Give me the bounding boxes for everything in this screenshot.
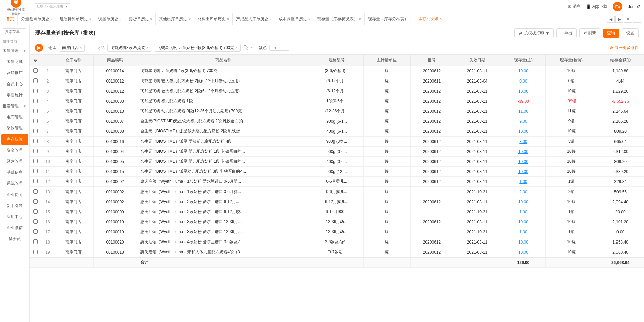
filter-expand-btn[interactable]: ▶ xyxy=(35,44,43,52)
nav-prev-btn[interactable]: ◀ xyxy=(607,16,615,23)
sidebar-item-wholesale[interactable]: 批发管理▼ xyxy=(0,101,29,112)
sidebar-quick-nav[interactable]: 快捷导航 xyxy=(0,38,29,45)
print-btn[interactable]: 🖨 按模板打印 ▼ xyxy=(514,28,554,38)
cell-stock-main[interactable]: 0.00 xyxy=(501,76,546,86)
cell-checkbox[interactable] xyxy=(30,86,42,96)
cell-stock-main[interactable]: 10.00 xyxy=(501,237,546,247)
product-tag-1[interactable]: 飞鹤奶粉3段两提装 × xyxy=(107,44,151,52)
tab-5-close[interactable]: × xyxy=(189,17,191,21)
cell-stock-main[interactable]: 1.00 xyxy=(501,227,546,237)
avatar[interactable]: Ea xyxy=(613,2,622,11)
search-input[interactable] xyxy=(3,28,26,35)
tab-7-close[interactable]: × xyxy=(270,17,272,21)
cell-stock-main[interactable]: 10.00 xyxy=(501,167,546,177)
tab-9-close[interactable]: × xyxy=(359,17,361,21)
cell-stock-main[interactable]: 10.00 xyxy=(501,86,546,96)
cell-stock-main[interactable]: -39.00 xyxy=(501,96,546,106)
tab-1-close[interactable]: × xyxy=(51,17,53,21)
sidebar-item-business[interactable]: 经营管理 xyxy=(0,156,29,167)
cell-checkbox[interactable] xyxy=(30,96,42,106)
sidebar-item-member[interactable]: 会员中心 xyxy=(0,78,29,90)
sidebar-item-app-center[interactable]: 应用中心 xyxy=(0,211,29,222)
cell-checkbox[interactable] xyxy=(30,126,42,137)
cell-checkbox[interactable] xyxy=(30,187,42,197)
cell-checkbox[interactable] xyxy=(30,227,42,237)
tab-8-close[interactable]: × xyxy=(308,17,310,21)
tab-3[interactable]: 调拨单历史 × xyxy=(95,13,125,25)
tab-9[interactable]: 现存量（库存状况表） × xyxy=(314,13,365,25)
nav-close-btn[interactable]: ✕ xyxy=(624,16,632,23)
tab-5[interactable]: 其他出库单历史 × xyxy=(156,13,194,25)
tab-3-close[interactable]: × xyxy=(120,17,122,21)
sidebar-item-retail-mgmt[interactable]: 零售管理▼ xyxy=(0,45,29,56)
cell-checkbox[interactable] xyxy=(30,247,42,258)
sidebar-item-guide[interactable]: 新手引导 xyxy=(0,200,29,211)
sidebar-item-retail-mall[interactable]: 零售商城 xyxy=(0,56,29,67)
tab-2-close[interactable]: × xyxy=(89,17,91,21)
tab-4-close[interactable]: × xyxy=(150,17,152,21)
sidebar-item-finance[interactable]: 资金管理 xyxy=(0,145,29,156)
expand-more-btn[interactable]: ⊕ 展开更多条件 xyxy=(610,45,639,51)
sidebar-item-system[interactable]: 系统管理 xyxy=(0,178,29,189)
export-btn[interactable]: ↓ 导出 xyxy=(556,28,576,38)
settings-btn[interactable]: 设置 xyxy=(622,28,639,38)
cell-stock-main[interactable]: 2.00 xyxy=(501,187,546,197)
tab-11-active[interactable]: 库存批次账 × xyxy=(415,13,445,25)
nav-next-btn[interactable]: ▶ xyxy=(615,16,623,23)
cell-checkbox[interactable] xyxy=(30,177,42,187)
tab-6[interactable]: 材料出库单历史 × xyxy=(194,13,233,25)
cell-checkbox[interactable] xyxy=(30,217,42,227)
cell-checkbox[interactable] xyxy=(30,147,42,157)
cell-stock-main[interactable]: 1.00 xyxy=(501,207,546,217)
cell-stock-main[interactable]: 10.00 xyxy=(501,217,546,227)
cell-stock-main[interactable]: 11.00 xyxy=(501,106,546,116)
cell-stock-main[interactable]: 10.00 xyxy=(501,147,546,157)
cell-checkbox[interactable] xyxy=(30,66,42,76)
cell-stock-main[interactable]: 3.00 xyxy=(501,137,546,147)
sidebar-item-ecommerce[interactable]: 电商管理 xyxy=(0,112,29,123)
sidebar-item-enterprise[interactable]: 企业协同 xyxy=(0,189,29,200)
cell-stock-main[interactable]: 1.00 xyxy=(501,177,546,187)
tab-2[interactable]: 组装拆卸单历史 × xyxy=(56,13,95,25)
cell-checkbox[interactable] xyxy=(30,237,42,247)
tab-1[interactable]: 分量盘点单历史 × xyxy=(18,13,56,25)
warehouse-more[interactable]: ··· xyxy=(87,45,91,50)
app-download-btn[interactable]: 📱 App下载 xyxy=(586,4,607,9)
product-more[interactable]: 飞 ··· xyxy=(244,45,254,51)
cell-checkbox[interactable] xyxy=(30,207,42,217)
message-btn[interactable]: ✉ 消息 xyxy=(568,4,581,9)
sidebar-item-member2[interactable]: 畅会员 xyxy=(0,233,29,245)
sidebar-item-retail-stats[interactable]: 零售统计 xyxy=(0,90,29,101)
tab-7[interactable]: 产成品入库单历史 × xyxy=(233,13,275,25)
refresh-btn[interactable]: ↺ 刷新 xyxy=(579,28,600,38)
warehouse-tag-remove[interactable]: × xyxy=(79,46,82,50)
color-dropdown[interactable]: ▼ xyxy=(269,45,289,51)
col-settings[interactable]: ⚙ xyxy=(30,55,42,66)
cell-checkbox[interactable] xyxy=(30,197,42,207)
tab-6-close[interactable]: × xyxy=(227,17,229,21)
cell-stock-main[interactable]: 10.00 xyxy=(501,157,546,167)
cell-checkbox[interactable] xyxy=(30,137,42,147)
cell-checkbox[interactable] xyxy=(30,116,42,126)
tab-10[interactable]: 现存量（库存分布表） × xyxy=(365,13,415,25)
product-tag-2[interactable]: 飞鹤星飞帆 儿童奶粉 4段(3-6岁适用) 700克 × xyxy=(154,44,240,52)
cell-stock-main[interactable]: 9.00 xyxy=(501,116,546,126)
query-btn[interactable]: 查询 xyxy=(603,29,619,38)
product-tag-1-remove[interactable]: × xyxy=(146,46,148,50)
sidebar-item-purchase[interactable]: 采购管理 xyxy=(0,123,29,134)
warehouse-tag[interactable]: 南岸门店 × xyxy=(59,44,85,52)
product-tag-2-remove[interactable]: × xyxy=(235,46,237,50)
sidebar-item-wechat[interactable]: 企业微信 xyxy=(0,222,29,233)
cell-stock-main[interactable]: 10.00 xyxy=(501,197,546,207)
sidebar-item-basic-info[interactable]: 基础信息 xyxy=(0,167,29,178)
cell-checkbox[interactable] xyxy=(30,76,42,86)
tab-10-close[interactable]: × xyxy=(410,17,412,21)
sidebar-item-marketing[interactable]: 营销推广 xyxy=(0,67,29,78)
sidebar-item-inventory[interactable]: 库存核算 xyxy=(1,134,28,145)
cell-checkbox[interactable] xyxy=(30,167,42,177)
cell-stock-main[interactable]: 10.00 xyxy=(501,66,546,76)
workspace-selector[interactable]: 母婴行业演示库表 ▼ xyxy=(34,3,71,10)
tab-8[interactable]: 成本调整单历史 × xyxy=(275,13,314,25)
cell-checkbox[interactable] xyxy=(30,157,42,167)
tab-11-close[interactable]: × xyxy=(440,17,442,21)
